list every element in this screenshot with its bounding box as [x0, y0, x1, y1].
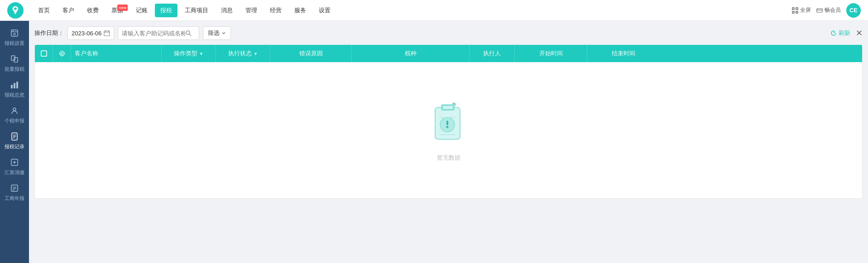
svg-point-16 [13, 108, 16, 111]
search-icon [185, 30, 192, 36]
nav-home[interactable]: 首页 [33, 4, 55, 17]
toolbar: 操作日期： 2023-06-06 筛选 [34, 26, 863, 40]
empty-text: 暂无数据 [437, 154, 460, 162]
date-value: 2023-06-06 [72, 30, 102, 37]
svg-point-10 [14, 33, 15, 35]
svg-rect-2 [796, 8, 798, 10]
nav-fee[interactable]: 收费 [82, 4, 104, 17]
nav-manage[interactable]: 管理 [240, 4, 263, 17]
chevron-down-icon [221, 31, 226, 35]
filter-label: 筛选 [208, 29, 220, 37]
svg-point-30 [186, 31, 190, 34]
new-badge: new [117, 5, 128, 11]
member-btn[interactable]: 畅会员 [816, 6, 841, 14]
search-input[interactable] [122, 30, 185, 37]
date-picker[interactable]: 2023-06-06 [67, 26, 114, 40]
fullscreen-label: 全屏 [800, 6, 811, 14]
app-logo[interactable] [7, 2, 24, 19]
personal-tax-icon [10, 106, 19, 116]
svg-line-31 [189, 34, 191, 36]
th-error-reason: 错误原因 [270, 45, 352, 62]
date-label: 操作日期： [34, 29, 64, 37]
search-wrap[interactable] [118, 26, 199, 40]
nav-right: 全屏 畅会员 CE [792, 3, 861, 18]
filter-icon-op-type: ▼ [199, 51, 204, 56]
empty-illustration [426, 98, 471, 148]
annual-settlement-icon [10, 157, 19, 167]
svg-rect-1 [792, 8, 794, 10]
th-operation-type: 操作类型 ▼ [162, 45, 216, 62]
sidebar-item-tax-overview[interactable]: 报税总览 [0, 76, 29, 102]
svg-rect-3 [792, 11, 794, 13]
nav-items: 首页 客户 收费 票据 new 记账 报税 工商项目 消息 管理 经营 服务 设… [33, 4, 792, 17]
top-navigation: 首页 客户 收费 票据 new 记账 报税 工商项目 消息 管理 经营 服务 设… [0, 0, 868, 21]
member-label: 畅会员 [825, 6, 841, 14]
nav-ticket[interactable]: 票据 new [106, 4, 129, 17]
empty-state: 暂无数据 [426, 80, 471, 180]
svg-rect-11 [11, 56, 15, 60]
th-tax-type: 税种 [352, 45, 470, 62]
sidebar-item-tax-settings[interactable]: 报税设置 [0, 24, 29, 50]
nav-message[interactable]: 消息 [216, 4, 238, 17]
calendar-icon [104, 30, 110, 36]
th-settings[interactable] [53, 45, 71, 62]
sidebar-label-tax-overview: 报税总览 [5, 92, 24, 98]
close-button[interactable]: ✕ [856, 29, 863, 37]
filter-icon-exec-status: ▼ [254, 51, 258, 56]
main-layout: 报税设置 批量报税 报税总览 [0, 21, 868, 263]
select-all-checkbox[interactable] [41, 50, 47, 57]
refresh-label: 刷新 [839, 29, 850, 37]
svg-rect-13 [11, 85, 13, 88]
th-exec-status: 执行状态 ▼ [216, 45, 270, 62]
svg-point-46 [446, 126, 448, 128]
th-checkbox[interactable] [35, 45, 53, 62]
fullscreen-btn[interactable]: 全屏 [792, 6, 811, 14]
svg-rect-43 [443, 106, 453, 109]
nav-operation[interactable]: 经营 [264, 4, 287, 17]
sidebar-item-personal-tax[interactable]: 个税申报 [0, 102, 29, 128]
refresh-icon [830, 30, 837, 36]
sidebar-item-annual-settlement[interactable]: 汇算清缴 [0, 154, 29, 180]
nav-customer[interactable]: 客户 [57, 4, 80, 17]
svg-rect-22 [11, 185, 18, 191]
avatar[interactable]: CE [846, 3, 861, 18]
nav-settings[interactable]: 设置 [313, 4, 336, 17]
svg-point-0 [14, 7, 17, 10]
svg-rect-15 [16, 82, 18, 88]
nav-service[interactable]: 服务 [289, 4, 312, 17]
sidebar-label-annual-settlement: 汇算清缴 [5, 169, 24, 176]
svg-rect-12 [14, 58, 18, 62]
column-settings-icon [59, 50, 65, 57]
batch-tax-icon [10, 54, 19, 64]
filter-button[interactable]: 筛选 [203, 26, 231, 40]
data-table: 客户名称 操作类型 ▼ 执行状态 ▼ 错误原因 税种 执行人 开始时间 结束时间 [34, 44, 863, 199]
toolbar-right: 刷新 ✕ [830, 29, 863, 37]
nav-bookkeeping[interactable]: 记账 [130, 4, 153, 17]
sidebar-item-tax-record[interactable]: 报税记录 [0, 128, 29, 154]
svg-rect-45 [446, 121, 448, 125]
nav-tax[interactable]: 报税 [155, 4, 177, 17]
th-customer-name: 客户名称 [71, 45, 162, 62]
tax-overview-icon [10, 80, 19, 90]
main-content: 操作日期： 2023-06-06 筛选 [29, 21, 868, 263]
svg-rect-14 [14, 83, 15, 88]
sidebar-label-tax-record: 报税记录 [5, 143, 24, 150]
tax-settings-icon [10, 28, 19, 38]
tax-record-icon [10, 132, 19, 141]
th-executor: 执行人 [470, 45, 515, 62]
th-start-time: 开始时间 [515, 45, 587, 62]
sidebar: 报税设置 批量报税 报税总览 [0, 21, 29, 263]
svg-rect-4 [796, 11, 798, 13]
svg-rect-26 [104, 31, 110, 36]
sidebar-label-tax-settings: 报税设置 [5, 40, 24, 47]
sidebar-item-batch-tax[interactable]: 批量报税 [0, 50, 29, 76]
sidebar-item-annual-report[interactable]: 工商年报 [0, 180, 29, 205]
th-end-time: 结束时间 [587, 45, 660, 62]
nav-business[interactable]: 工商项目 [179, 4, 214, 17]
svg-point-33 [60, 51, 64, 56]
sidebar-label-personal-tax: 个税申报 [5, 117, 24, 124]
refresh-button[interactable]: 刷新 [830, 29, 850, 37]
svg-point-32 [61, 53, 63, 54]
annual-report-icon [10, 183, 19, 193]
sidebar-label-batch-tax: 批量报税 [5, 66, 24, 73]
